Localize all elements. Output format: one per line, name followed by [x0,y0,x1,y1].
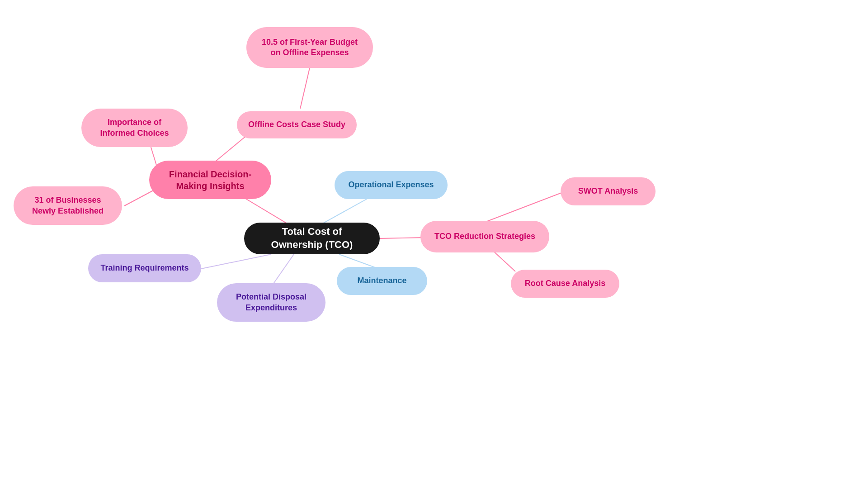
operational-expenses-label: Operational Expenses [348,180,434,190]
root-cause-node: Root Cause Analysis [511,270,619,298]
maintenance-label: Maintenance [357,276,406,286]
tco-reduction-label: TCO Reduction Strategies [434,231,535,242]
operational-expenses-node: Operational Expenses [335,171,448,199]
first-year-budget-label: 10.5 of First-Year Budget on Offline Exp… [257,37,362,58]
potential-disposal-label: Potential Disposal Expenditures [228,292,315,313]
businesses-newly-label: 31 of Businesses Newly Established [24,195,111,216]
maintenance-node: Maintenance [337,267,427,295]
svg-line-2 [380,238,425,238]
importance-informed-label: Importance of Informed Choices [92,117,177,138]
svg-line-9 [300,68,310,109]
svg-line-7 [215,136,246,162]
tco-reduction-node: TCO Reduction Strategies [420,221,549,252]
importance-informed-node: Importance of Informed Choices [81,109,188,147]
center-node-label: Total Cost of Ownership (TCO) [255,225,369,251]
swot-analysis-label: SWOT Analysis [578,186,638,196]
businesses-newly-node: 31 of Businesses Newly Established [14,186,122,225]
training-requirements-label: Training Requirements [100,263,189,273]
swot-analysis-node: SWOT Analysis [561,177,656,205]
training-requirements-node: Training Requirements [88,254,201,282]
svg-line-10 [486,191,565,222]
svg-line-3 [199,254,271,269]
first-year-budget-node: 10.5 of First-Year Budget on Offline Exp… [246,27,373,68]
financial-decision-node: Financial Decision-Making Insights [149,161,271,199]
financial-decision-label: Financial Decision-Making Insights [160,168,260,192]
potential-disposal-node: Potential Disposal Expenditures [217,283,326,322]
root-cause-label: Root Cause Analysis [525,278,605,289]
svg-line-4 [273,254,294,284]
center-node: Total Cost of Ownership (TCO) [244,223,380,254]
offline-costs-label: Offline Costs Case Study [248,119,345,130]
offline-costs-node: Offline Costs Case Study [237,111,357,138]
